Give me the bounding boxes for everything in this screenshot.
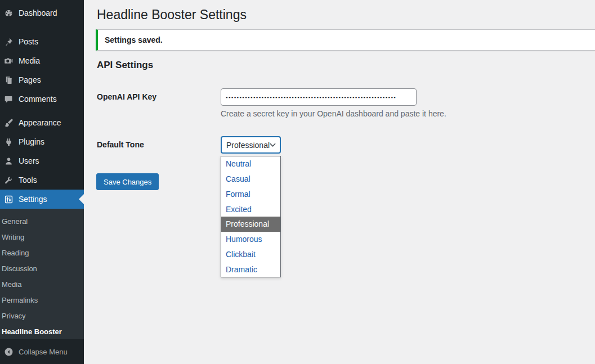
sidebar-item-label: Media bbox=[19, 56, 40, 65]
submenu-item-reading[interactable]: Reading bbox=[0, 245, 84, 260]
admin-menu: Dashboard Posts Media Pages bbox=[0, 0, 84, 209]
chevron-down-icon bbox=[270, 143, 276, 147]
dropdown-option-neutral[interactable]: Neutral bbox=[221, 156, 280, 172]
sidebar-item-label: Comments bbox=[19, 95, 57, 104]
submenu-item-discussion[interactable]: Discussion bbox=[0, 260, 84, 276]
main-content: Headline Booster Settings Settings saved… bbox=[84, 0, 595, 364]
api-key-input[interactable]: ▪▪▪▪▪▪▪▪▪▪▪▪▪▪▪▪▪▪▪▪▪▪▪▪▪▪▪▪▪▪▪▪▪▪▪▪▪▪▪▪… bbox=[221, 88, 417, 106]
wordpress-admin-page: Dashboard Posts Media Pages bbox=[0, 0, 595, 364]
sidebar-item-pages[interactable]: Pages bbox=[0, 70, 84, 89]
api-key-label: OpenAI API Key bbox=[97, 92, 215, 101]
sidebar-item-label: Tools bbox=[19, 176, 37, 185]
dropdown-option-professional[interactable]: Professional bbox=[221, 217, 280, 232]
camera-icon bbox=[3, 55, 14, 66]
submenu-item-writing[interactable]: Writing bbox=[0, 229, 84, 245]
sidebar-item-label: Plugins bbox=[19, 137, 44, 146]
dropdown-option-clickbait[interactable]: Clickbait bbox=[221, 247, 280, 262]
sidebar-item-comments[interactable]: Comments bbox=[0, 89, 84, 109]
user-icon bbox=[3, 155, 14, 167]
sliders-icon bbox=[3, 194, 14, 205]
section-heading: API Settings bbox=[97, 60, 153, 71]
active-menu-arrow bbox=[79, 194, 84, 204]
comment-icon bbox=[3, 93, 14, 105]
page-title: Headline Booster Settings bbox=[97, 7, 247, 24]
dropdown-option-excited[interactable]: Excited bbox=[221, 201, 280, 217]
plug-icon bbox=[3, 136, 14, 147]
admin-sidebar: Dashboard Posts Media Pages bbox=[0, 0, 84, 364]
sidebar-item-appearance[interactable]: Appearance bbox=[0, 113, 84, 132]
collapse-menu-button[interactable]: Collapse Menu bbox=[0, 339, 84, 364]
submenu-item-media[interactable]: Media bbox=[0, 276, 84, 292]
dashboard-icon bbox=[3, 7, 14, 19]
brush-icon bbox=[3, 117, 14, 128]
dropdown-option-casual[interactable]: Casual bbox=[221, 172, 280, 187]
sidebar-item-settings[interactable]: Settings bbox=[0, 190, 84, 209]
tone-dropdown-list: Neutral Casual Formal Excited Profession… bbox=[221, 156, 281, 277]
pages-icon bbox=[3, 74, 14, 86]
collapse-menu-label: Collapse Menu bbox=[19, 348, 68, 356]
sidebar-item-plugins[interactable]: Plugins bbox=[0, 132, 84, 151]
success-notice: Settings saved. bbox=[96, 29, 595, 51]
dropdown-option-dramatic[interactable]: Dramatic bbox=[221, 262, 280, 277]
collapse-arrow-icon bbox=[3, 346, 14, 357]
submenu-item-general[interactable]: General bbox=[0, 213, 84, 229]
save-changes-button[interactable]: Save Changes bbox=[96, 173, 159, 190]
default-tone-label: Default Tone bbox=[97, 140, 215, 149]
sidebar-item-label: Settings bbox=[19, 195, 47, 204]
notice-text: Settings saved. bbox=[105, 35, 589, 44]
default-tone-select[interactable]: Professional bbox=[221, 136, 281, 154]
dropdown-option-formal[interactable]: Formal bbox=[221, 187, 280, 202]
menu-separator bbox=[0, 23, 84, 32]
sidebar-item-users[interactable]: Users bbox=[0, 151, 84, 170]
submenu-item-headline-booster[interactable]: Headline Booster bbox=[0, 323, 84, 339]
sidebar-item-label: Pages bbox=[19, 75, 41, 84]
wrench-icon bbox=[3, 174, 14, 186]
sidebar-item-label: Users bbox=[19, 156, 39, 165]
menu-separator bbox=[0, 109, 84, 113]
api-key-help-text: Create a secret key in your OpenAI dashb… bbox=[221, 109, 446, 118]
submenu-item-privacy[interactable]: Privacy bbox=[0, 308, 84, 323]
sidebar-item-label: Appearance bbox=[19, 118, 61, 127]
sidebar-item-label: Posts bbox=[19, 37, 38, 46]
dropdown-option-humorous[interactable]: Humorous bbox=[221, 232, 280, 247]
pushpin-icon bbox=[3, 36, 14, 47]
sidebar-item-dashboard[interactable]: Dashboard bbox=[0, 3, 84, 23]
sidebar-item-media[interactable]: Media bbox=[0, 51, 84, 70]
api-key-masked-value: ▪▪▪▪▪▪▪▪▪▪▪▪▪▪▪▪▪▪▪▪▪▪▪▪▪▪▪▪▪▪▪▪▪▪▪▪▪▪▪▪… bbox=[226, 95, 396, 100]
sidebar-item-label: Dashboard bbox=[19, 8, 57, 17]
submenu-item-permalinks[interactable]: Permalinks bbox=[0, 292, 84, 308]
settings-submenu: General Writing Reading Discussion Media… bbox=[0, 209, 84, 346]
sidebar-item-tools[interactable]: Tools bbox=[0, 170, 84, 190]
select-selected-value: Professional bbox=[226, 141, 270, 150]
sidebar-item-posts[interactable]: Posts bbox=[0, 32, 84, 51]
